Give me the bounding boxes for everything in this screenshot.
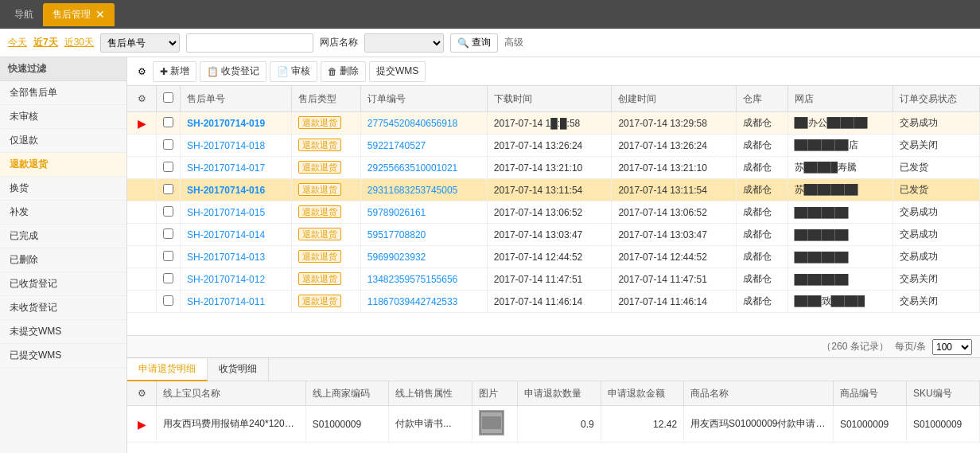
table-row[interactable]: SH-20170714-013 退款退货 59699023932 2017-07… — [127, 246, 980, 268]
cell-status: 交易成功 — [893, 112, 980, 135]
cell-status: 交易关闭 — [893, 268, 980, 291]
sidebar-item-deleted[interactable]: 已删除 — [0, 248, 126, 272]
sidebar-item-not-received[interactable]: 未收货登记 — [0, 296, 126, 320]
cell-type: 退款退货 — [292, 224, 361, 246]
table-row[interactable]: SH-20170714-015 退款退货 59789026161 2017-07… — [127, 201, 980, 224]
arrow-cell: ▶ — [127, 112, 157, 135]
search-button[interactable]: 🔍 查询 — [450, 33, 498, 53]
bheader-sales-attr: 线上销售属性 — [389, 381, 472, 406]
order-no-input[interactable] — [186, 33, 313, 53]
arrow-cell — [127, 201, 157, 224]
bheader-img: 图片 — [472, 381, 518, 406]
table-row[interactable]: SH-20170714-012 退款退货 13482359575155656 2… — [127, 268, 980, 291]
order-type-select[interactable]: 售后单号 — [100, 33, 180, 53]
table-row[interactable]: SH-20170714-014 退款退货 59517708820 2017-07… — [127, 224, 980, 246]
search-icon: 🔍 — [457, 37, 469, 49]
arrow-cell — [127, 157, 157, 179]
row-checkbox-cell — [157, 179, 181, 201]
sidebar-item-exchange[interactable]: 换货 — [0, 177, 126, 201]
delete-button[interactable]: 🗑 删除 — [321, 61, 366, 82]
today-filter-btn[interactable]: 今天 — [8, 36, 27, 49]
row-checkbox[interactable] — [163, 295, 173, 306]
cell-create-time: 2017-07-14 13:11:54 — [612, 179, 737, 201]
table-row[interactable]: SH-20170714-018 退款退货 59221740527 2017-07… — [127, 135, 980, 157]
per-page-select[interactable]: 100 50 20 — [932, 339, 972, 355]
arrow-cell — [127, 224, 157, 246]
sidebar-item-all[interactable]: 全部售后单 — [0, 81, 126, 105]
row-checkbox[interactable] — [163, 273, 173, 283]
row-checkbox[interactable] — [163, 228, 173, 239]
cell-download-time: 2017-07-14 11:46:14 — [487, 291, 612, 313]
row-checkbox[interactable] — [163, 206, 173, 217]
sidebar-item-reissue[interactable]: 补发 — [0, 201, 126, 225]
last7-filter-btn[interactable]: 近7天 — [33, 36, 58, 49]
receive-icon: 📋 — [207, 66, 219, 77]
settings-icon[interactable]: ⚙ — [134, 64, 150, 80]
header-checkbox-cell — [157, 86, 181, 112]
bcell-shop-code: S01000009 — [305, 406, 388, 443]
cell-trade-no: 29311683253745005 — [360, 179, 487, 201]
row-checkbox-cell — [157, 201, 181, 224]
shop-select[interactable] — [364, 33, 444, 53]
row-checkbox-cell — [157, 268, 181, 291]
nav-label: 导航 — [8, 8, 40, 21]
arrow-cell — [127, 246, 157, 268]
sidebar-item-submitted-wms[interactable]: 已提交WMS — [0, 344, 126, 368]
cell-order-no: SH-20170714-016 — [181, 179, 292, 201]
bheader-name: 线上宝贝名称 — [157, 381, 306, 406]
cell-warehouse: 成都仓 — [736, 224, 788, 246]
cell-warehouse: 成都仓 — [736, 157, 788, 179]
sidebar-item-completed[interactable]: 已完成 — [0, 225, 126, 248]
table-row[interactable]: ▶ SH-20170714-019 退款退货 27754520840656918… — [127, 112, 980, 135]
add-button[interactable]: ✚ 新增 — [153, 61, 196, 82]
cell-trade-no: 29255663510001021 — [360, 157, 487, 179]
row-checkbox[interactable] — [163, 117, 173, 127]
row-checkbox[interactable] — [163, 184, 173, 194]
sidebar-item-refund-only[interactable]: 仅退款 — [0, 129, 126, 153]
cell-create-time: 2017-07-14 11:47:51 — [612, 268, 737, 291]
row-checkbox[interactable] — [163, 251, 173, 261]
last30-filter-btn[interactable]: 近30天 — [64, 36, 94, 49]
select-all-checkbox[interactable] — [163, 92, 173, 103]
advanced-button[interactable]: 高级 — [504, 36, 523, 49]
row-checkbox-cell — [157, 291, 181, 313]
cell-status: 已发货 — [893, 157, 980, 179]
table-row[interactable]: SH-20170714-016 退款退货 29311683253745005 2… — [127, 179, 980, 201]
cell-type: 退款退货 — [292, 112, 361, 135]
arrow-cell — [127, 291, 157, 313]
receive-button[interactable]: 📋 收货登记 — [200, 61, 266, 82]
submit-wms-button[interactable]: 提交WMS — [369, 61, 426, 82]
bottom-table: ⚙ 线上宝贝名称 线上商家编码 线上销售属性 图片 申请退款数量 申请退款金额 … — [127, 381, 980, 443]
sidebar-item-refund-return[interactable]: 退款退货 — [0, 153, 126, 177]
table-row[interactable]: SH-20170714-017 退款退货 29255663510001021 2… — [127, 157, 980, 179]
cell-type: 退款退货 — [292, 291, 361, 313]
sidebar-item-received[interactable]: 已收货登记 — [0, 272, 126, 296]
audit-button[interactable]: 📄 审核 — [270, 61, 317, 82]
row-checkbox[interactable] — [163, 162, 173, 172]
cell-download-time: 2017-07-14 13:06:52 — [487, 201, 612, 224]
toolbar: ⚙ ✚ 新增 📋 收货登记 📄 审核 🗑 删除 提交WMS — [127, 57, 980, 86]
table-row[interactable]: SH-20170714-011 退款退货 11867039442742533 2… — [127, 291, 980, 313]
tab-refund-detail[interactable]: 申请退货明细 — [127, 358, 208, 381]
row-checkbox[interactable] — [163, 139, 173, 150]
bcell-goods-name: 用友西玛S01000009付款申请书 1... — [684, 406, 834, 443]
sidebar-item-unaudited[interactable]: 未审核 — [0, 105, 126, 129]
bcell-name: 用友西玛费用报销单240*120mm审... — [157, 406, 306, 443]
bottom-col-settings-icon[interactable]: ⚙ — [134, 385, 150, 401]
cell-status: 交易成功 — [893, 246, 980, 268]
per-page-label: 每页/条 — [895, 340, 926, 353]
cell-trade-no: 59221740527 — [360, 135, 487, 157]
bcell-sku-no: S01000009 — [906, 406, 979, 443]
cell-status: 交易成功 — [893, 201, 980, 224]
cell-order-no: SH-20170714-014 — [181, 224, 292, 246]
sidebar-item-not-submitted-wms[interactable]: 未提交WMS — [0, 320, 126, 344]
close-tab-button[interactable]: ✕ — [95, 9, 105, 20]
active-nav-tab[interactable]: 售后管理 ✕ — [43, 3, 115, 26]
bottom-table-row[interactable]: ▶ 用友西玛费用报销单240*120mm审... S01000009 付款申请书… — [127, 406, 980, 443]
delete-icon: 🗑 — [328, 66, 337, 77]
cell-order-no: SH-20170714-017 — [181, 157, 292, 179]
cell-shop: 苏████████ — [788, 179, 893, 201]
cell-download-time: 2017-07-14 13:21:10 — [487, 157, 612, 179]
tab-receive-detail[interactable]: 收货明细 — [208, 358, 269, 381]
col-settings-icon[interactable]: ⚙ — [134, 91, 150, 107]
